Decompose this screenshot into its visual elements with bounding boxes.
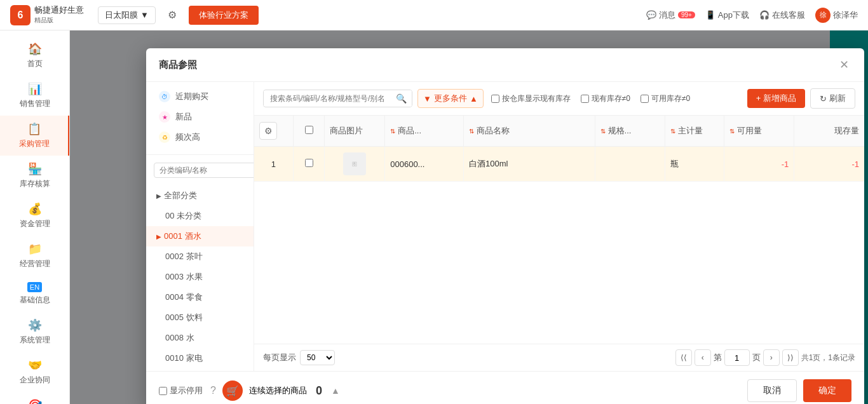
product-search-input[interactable] [264, 91, 391, 106]
cell-check [293, 147, 325, 182]
prev-page-btn[interactable]: ‹ [695, 349, 711, 366]
cat-beverage[interactable]: 0005 饮料 [146, 307, 254, 328]
refresh-btn[interactable]: ↻ 刷新 [810, 88, 855, 109]
cart-area: ? 🛒 连续选择的商品 0 ▲ [210, 380, 740, 401]
table-header: ⚙ 商品图片 [254, 116, 864, 147]
sidebar-label-collab: 企业协同 [20, 375, 50, 386]
table-config-btn[interactable]: ⚙ [259, 122, 277, 140]
table-row[interactable]: 1 图 [254, 147, 864, 182]
sidebar-item-finance[interactable]: 💰 资金管理 [0, 196, 69, 236]
guide-icon: 🎯 [28, 398, 42, 404]
confirm-btn[interactable]: 确定 [803, 379, 851, 402]
th-name: ⇅ 商品名称 [464, 116, 595, 147]
messages-nav-item[interactable]: 💬 消息 99+ [646, 10, 695, 21]
product-search-box: 🔍 [263, 90, 412, 107]
refresh-icon: ↻ [820, 94, 827, 104]
cat-fruit[interactable]: 0003 水果 [146, 267, 254, 287]
footer-actions: 取消 确定 [747, 379, 851, 402]
next-page-btn[interactable]: › [763, 349, 780, 366]
modal-close-btn[interactable]: ✕ [836, 57, 851, 72]
quick-freq[interactable]: ♻ 频次高 [154, 128, 246, 147]
th-unit-label: 主计量 [678, 125, 703, 137]
sidebar-item-sales[interactable]: 📊 销售管理 [0, 76, 69, 116]
sidebar: 🏠 首页 📊 销售管理 📋 采购管理 🏪 库存核算 💰 资金管理 📁 经营管理 … [0, 30, 70, 404]
th-config: ⚙ [254, 116, 293, 147]
user-nav-item[interactable]: 徐 徐泽华 [815, 8, 858, 23]
cat-liquor[interactable]: ▶ 0001 酒水 [146, 226, 254, 246]
th-name-label: 商品名称 [477, 125, 510, 137]
th-spec-label: 规格... [608, 125, 632, 137]
help-icon[interactable]: ? [210, 385, 216, 396]
product-image: 图 [343, 152, 366, 175]
trial-btn[interactable]: 体验行业方案 [189, 6, 259, 25]
th-unit: ⇅ 主计量 [665, 116, 724, 147]
cat-all[interactable]: ▶ 全部分类 [146, 185, 254, 206]
th-avail-label: 可用量 [737, 125, 762, 137]
mobile-icon: 📱 [705, 10, 715, 20]
page-unit: 页 [752, 352, 761, 363]
product-toolbar: 🔍 ▼ 更多条件 ▲ 按仓库显示现有库存 [254, 82, 864, 116]
product-reference-modal: 商品参照 ✕ ⏱ 近期购买 ★ 新品 [146, 48, 864, 404]
sidebar-item-ops[interactable]: 📁 经营管理 [0, 236, 69, 276]
sidebar-item-system[interactable]: ⚙️ 系统管理 [0, 312, 69, 352]
cat-unclassified[interactable]: 00 未分类 [146, 206, 254, 226]
settings-icon[interactable]: ⚙ [163, 6, 181, 24]
sidebar-item-purchase[interactable]: 📋 采购管理 [0, 116, 69, 156]
add-product-btn[interactable]: + 新增商品 [747, 89, 805, 108]
sidebar-label-system: 系统管理 [20, 335, 50, 346]
cat-snack[interactable]: 0004 零食 [146, 287, 254, 307]
page-input[interactable] [724, 349, 750, 366]
divider [146, 154, 254, 155]
last-page-btn[interactable]: ⟩⟩ [782, 349, 799, 366]
checkbox-usable-stock[interactable] [641, 95, 649, 103]
sidebar-item-guide[interactable]: 🎯 新手引导 [0, 392, 69, 404]
sidebar-label-ops: 经营管理 [20, 259, 50, 269]
checkbox-usable-stock-label[interactable]: 可用库存≠0 [641, 93, 690, 104]
cart-collapse-btn[interactable]: ▲ [331, 386, 340, 396]
cell-unit: 瓶 [665, 147, 724, 182]
cat-appliance[interactable]: 0010 家电 [146, 348, 254, 368]
cat-tea[interactable]: 0002 茶叶 [146, 246, 254, 267]
checkbox-by-warehouse-label[interactable]: 按仓库显示现有库存 [491, 93, 571, 104]
chevron-down-icon: ▼ [140, 10, 149, 20]
quick-new[interactable]: ★ 新品 [154, 107, 246, 126]
modal-body: ⏱ 近期购买 ★ 新品 ♻ 频次高 [146, 82, 864, 371]
quick-recent[interactable]: ⏱ 近期购买 [154, 87, 246, 106]
checkbox-by-warehouse[interactable] [491, 95, 499, 103]
th-code-label: 商品... [398, 125, 421, 137]
per-page-select[interactable]: 20 50 100 [300, 350, 335, 365]
sales-icon: 📊 [28, 82, 42, 96]
display-disabled-label[interactable]: 显示停用 [159, 385, 203, 396]
cancel-btn[interactable]: 取消 [747, 379, 797, 402]
sidebar-label-purchase: 采购管理 [19, 138, 50, 149]
recent-icon: ⏱ [159, 91, 170, 102]
cat-water[interactable]: 0008 水 [146, 328, 254, 348]
table-body: 1 图 [254, 147, 864, 182]
first-page-btn[interactable]: ⟨⟨ [675, 349, 692, 366]
display-disabled-checkbox[interactable] [159, 387, 167, 395]
freq-icon: ♻ [159, 131, 170, 143]
sidebar-item-collab[interactable]: 🤝 企业协同 [0, 352, 69, 392]
cell-spec [595, 147, 665, 182]
app-download-nav-item[interactable]: 📱 App下载 [705, 10, 749, 21]
category-search-input[interactable] [154, 163, 254, 178]
checkbox-current-stock[interactable] [581, 95, 589, 103]
sidebar-item-home[interactable]: 🏠 首页 [0, 36, 69, 76]
modal-title: 商品参照 [159, 59, 197, 71]
cart-label: 连续选择的商品 [249, 385, 307, 396]
search-icon[interactable]: 🔍 [391, 90, 412, 107]
finance-icon: 💰 [28, 202, 42, 216]
store-dropdown[interactable]: 日太阳膜 ▼ [98, 6, 156, 24]
th-code: ⇅ 商品... [385, 116, 464, 147]
sidebar-item-base[interactable]: EN 基础信息 [0, 276, 69, 312]
checkbox-current-stock-label[interactable]: 现有库存≠0 [581, 93, 630, 104]
nav-right: 💬 消息 99+ 📱 App下载 🎧 在线客服 徐 徐泽华 [646, 8, 858, 23]
product-panel: 🔍 ▼ 更多条件 ▲ 按仓库显示现有库存 [254, 82, 864, 371]
select-all-checkbox[interactable] [305, 126, 313, 134]
online-service-nav-item[interactable]: 🎧 在线客服 [759, 10, 805, 21]
content-area: 商品参照 ✕ ⏱ 近期购买 ★ 新品 [70, 30, 868, 404]
more-filter-btn[interactable]: ▼ 更多条件 ▲ [417, 89, 484, 108]
sidebar-item-inventory[interactable]: 🏪 库存核算 [0, 156, 69, 196]
row-checkbox[interactable] [305, 159, 313, 167]
category-search-area: 🔍 [146, 158, 254, 183]
